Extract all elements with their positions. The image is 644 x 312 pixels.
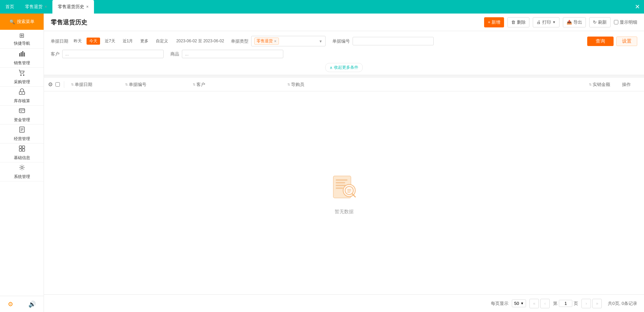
svg-rect-15 (19, 146, 22, 148)
th-amount-label: 实销金额 (593, 82, 610, 88)
th-num: ⇅ 单据编号 (122, 82, 190, 88)
refresh-button-label: 刷新 (598, 19, 607, 25)
svg-point-5 (23, 74, 24, 76)
filter-doc-type-label: 单据类型 (231, 38, 248, 44)
doc-type-select-arrow: ▼ (319, 39, 323, 43)
select-all-checkbox[interactable] (55, 82, 60, 87)
th-amount: ⇅ 实销金额 (352, 82, 613, 88)
th-action: 操作 (613, 82, 640, 88)
tab-home-label: 首页 (5, 4, 14, 10)
filter-row-1: 单据日期 昨天 今天 近7天 近1月 更多 自定义 2023-06-02 至 2… (51, 36, 637, 46)
export-button-label: 导出 (573, 19, 582, 25)
svg-rect-3 (24, 52, 25, 57)
date-btn-custom[interactable]: 自定义 (153, 38, 171, 45)
page-total-info: 共0页, 0条记录 (608, 300, 637, 307)
sidebar-item-finance[interactable]: 资金管理 (0, 106, 44, 125)
sidebar-item-operations[interactable]: 经营管理 (0, 125, 44, 143)
sort-icon-num[interactable]: ⇅ (125, 83, 128, 86)
purchase-mgmt-icon (19, 69, 25, 78)
content-area: 零售退货历史 + 新增 🗑 删除 🖨 打印 ▼ 📤 导出 (44, 14, 644, 312)
date-btn-7days[interactable]: 近7天 (102, 38, 118, 45)
inventory-icon (19, 88, 25, 97)
print-button[interactable]: 🖨 打印 ▼ (533, 17, 559, 27)
filter-goods-label: 商品 (170, 51, 179, 57)
delete-button[interactable]: 🗑 删除 (507, 17, 529, 27)
date-btn-today[interactable]: 今天 (87, 38, 100, 45)
filter-doc-num-input[interactable] (353, 37, 434, 45)
sidebar-item-sales-mgmt[interactable]: 销售管理 (0, 49, 44, 68)
pagination: 每页显示 50 ▼ « ‹ 第 页 › (44, 294, 644, 312)
tab-retail-return-history[interactable]: 零售退货历史 × (52, 0, 94, 14)
th-date-label: 单据日期 (75, 82, 92, 88)
table-settings-icon[interactable]: ⚙ (48, 81, 53, 88)
page-next-button[interactable]: › (581, 299, 591, 308)
display-toggle-label: 显示明细 (620, 19, 637, 25)
table-header-divider (64, 81, 64, 88)
sort-icon-guide[interactable]: ⇅ (287, 83, 290, 86)
table-area: ⚙ ⇅ 单据日期 ⇅ 单据编号 ⇅ 客户 (44, 78, 644, 294)
sidebar-item-basic-info[interactable]: 基础信息 (0, 143, 44, 162)
page-size-label: 每页显示 (491, 300, 508, 307)
filter-date: 单据日期 昨天 今天 近7天 近1月 更多 自定义 2023-06-02 至 2… (51, 38, 224, 45)
filter-goods-placeholder: ... (185, 51, 189, 57)
collapse-button[interactable]: ∧ 收起更多条件 (325, 63, 363, 72)
filter-customer-select[interactable]: ... (62, 50, 164, 58)
export-button[interactable]: 📤 导出 (563, 17, 586, 27)
sort-icon-amount[interactable]: ⇅ (589, 83, 592, 86)
search-icon: 🔍 (9, 19, 15, 24)
th-customer: ⇅ 客户 (190, 82, 285, 88)
date-btn-1month[interactable]: 近1月 (120, 38, 136, 45)
page-last-button[interactable]: » (592, 299, 602, 308)
sidebar-settings-button[interactable]: ⚙ (8, 300, 13, 308)
tab-retail-return[interactable]: 零售退货 × (20, 0, 52, 14)
th-date: ⇅ 单据日期 (68, 82, 122, 88)
svg-rect-24 (336, 187, 343, 189)
collapse-label: 收起更多条件 (334, 65, 358, 70)
top-tab-bar: 首页 零售退货 × 零售退货历史 × ✕ (0, 0, 644, 14)
print-icon: 🖨 (536, 20, 541, 25)
sidebar-search-label: 搜索菜单 (17, 19, 34, 25)
filter-doc-num: 单据编号 (332, 37, 434, 45)
sidebar-item-sys-mgmt[interactable]: 系统管理 (0, 162, 44, 181)
page-size-select[interactable]: 50 ▼ (512, 299, 526, 307)
sidebar-item-quick-nav[interactable]: ⊞ 快捷导航 (0, 30, 44, 49)
page-prev-button[interactable]: ‹ (540, 299, 550, 308)
sidebar-item-sales-mgmt-label: 销售管理 (14, 60, 30, 66)
sidebar-item-purchase-mgmt[interactable]: 采购管理 (0, 68, 44, 87)
date-btn-yesterday[interactable]: 昨天 (71, 38, 85, 45)
query-button[interactable]: 查询 (587, 37, 614, 46)
sort-icon-date[interactable]: ⇅ (71, 83, 74, 86)
tab-retail-return-close[interactable]: × (45, 4, 47, 9)
sidebar-audio-button[interactable]: 🔊 (28, 300, 36, 308)
date-btn-more[interactable]: 更多 (138, 38, 151, 45)
page-number-input[interactable] (559, 300, 572, 307)
svg-rect-17 (19, 149, 22, 151)
display-toggle[interactable]: 显示明细 (614, 19, 637, 25)
filter-customer-placeholder: ... (65, 51, 69, 57)
page-first-button[interactable]: « (529, 299, 539, 308)
page-nav-right: › » (581, 299, 602, 308)
tab-retail-return-history-close[interactable]: × (86, 4, 89, 9)
svg-rect-22 (336, 182, 345, 183)
query-button-label: 查询 (596, 38, 605, 44)
new-button[interactable]: + 新增 (484, 17, 504, 27)
svg-point-7 (21, 92, 22, 93)
filter-goods-select[interactable]: ... (182, 50, 283, 58)
doc-type-tag-close[interactable]: × (274, 39, 277, 44)
main-layout: 🔍 搜索菜单 ⊞ 快捷导航 销售管理 (0, 14, 644, 312)
sidebar-search[interactable]: 🔍 搜索菜单 (0, 14, 44, 30)
header-actions: + 新增 🗑 删除 🖨 打印 ▼ 📤 导出 ↻ 刷新 (484, 17, 637, 27)
page-last-icon: » (596, 301, 598, 306)
sort-icon-customer[interactable]: ⇅ (193, 83, 195, 86)
refresh-button[interactable]: ↻ 刷新 (589, 17, 611, 27)
tab-home[interactable]: 首页 (0, 0, 20, 14)
sidebar-bottom: ⚙ 🔊 (0, 296, 44, 312)
sidebar-item-purchase-mgmt-label: 采购管理 (14, 79, 30, 85)
window-close-button[interactable]: ✕ (630, 0, 644, 14)
display-toggle-checkbox[interactable] (614, 20, 618, 24)
sidebar-item-inventory[interactable]: 库存核算 (0, 87, 44, 106)
operations-icon (19, 126, 25, 135)
settings-filter-button[interactable]: 设置 (616, 37, 637, 46)
filter-doc-type-select[interactable]: 零售退货 × ▼ (251, 36, 326, 46)
empty-icon (327, 171, 361, 205)
